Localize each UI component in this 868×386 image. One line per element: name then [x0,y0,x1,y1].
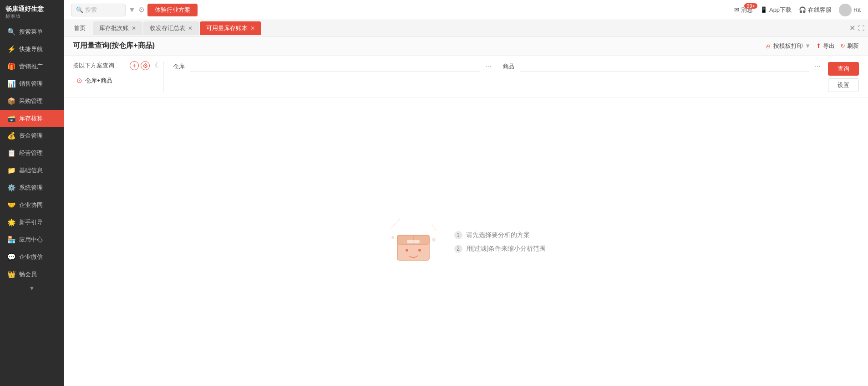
sidebar-item-member[interactable]: 👑 畅会员 [0,266,64,283]
app-download-label: App下载 [769,6,792,14]
sidebar-item-finance[interactable]: 💰 资金管理 [0,127,64,144]
sidebar-item-quicknav[interactable]: ⚡ 快捷导航 [0,41,64,58]
tab-available-stock-close[interactable]: ✕ [250,25,255,31]
tab-available-stock-label: 可用量库存账本 [206,24,248,32]
sidebar-item-label: 快捷导航 [19,45,43,53]
refresh-label: 刷新 [847,42,859,50]
phone-icon: 📱 [760,6,767,13]
filter-row: 仓库 ··· 商品 ··· [173,61,822,72]
tip-text-2: 用[过滤]条件来缩小分析范围 [466,245,546,253]
sidebar-item-purchase[interactable]: 📦 采购管理 [0,93,64,110]
query-button[interactable]: 查询 [828,62,859,76]
sidebar-item-wechat[interactable]: 💬 企业微信 [0,248,64,266]
print-button[interactable]: 🖨 按模板打印 ▼ [766,42,811,50]
sidebar-item-cooperation[interactable]: 🤝 企业协同 [0,196,64,214]
sidebar-item-label: 企业协同 [19,201,43,209]
sidebar-item-label: 企业微信 [19,253,43,261]
warehouse-input[interactable] [190,61,480,72]
empty-tips: 1 请先选择要分析的方案 2 用[过滤]条件来缩小分析范围 [454,231,546,253]
sidebar-item-label: 新手引导 [19,218,43,226]
scheme-collapse-button[interactable]: 《 [152,62,158,70]
app-download-link[interactable]: 📱 App下载 [760,6,792,14]
tab-batch-account[interactable]: 库存批次账 ✕ [93,21,142,35]
sidebar-item-guide[interactable]: 🌟 新手引导 [0,214,64,231]
empty-tip-1: 1 请先选择要分析的方案 [454,231,546,239]
gift-icon: 🎁 [7,62,15,71]
sidebar-item-inventory[interactable]: 🗃️ 库存核算 [0,110,64,127]
tab-batch-account-label: 库存批次账 [99,24,129,32]
product-input[interactable] [520,61,809,72]
sidebar-item-search[interactable]: 🔍 搜索菜单 [0,23,64,41]
tab-receipt-summary-label: 收发存汇总表 [150,24,185,32]
online-service-link[interactable]: 🎧 在线客服 [799,6,832,14]
sidebar-item-sales[interactable]: 📊 销售管理 [0,75,64,93]
crown-icon: 👑 [7,270,15,278]
message-count: 99+ [744,3,757,9]
sidebar-scroll-down[interactable]: ▼ [0,283,64,293]
sidebar-item-appcenter[interactable]: 🏪 应用中心 [0,231,64,248]
search-placeholder: 搜索 [85,6,97,14]
filter-area: 按以下方案查询 + ⚙ 《 ⊙ 仓库+商品 仓库 [64,56,868,98]
top-bar-right: ✉ 消息 99+ 📱 App下载 🎧 在线客服 Rit [734,4,861,16]
lightning-icon: ⚡ [7,45,15,53]
sidebar-item-basic[interactable]: 📁 基础信息 [0,162,64,179]
online-service-label: 在线客服 [808,6,832,14]
empty-state: 1 请先选择要分析的方案 2 用[过滤]条件来缩小分析范围 [64,98,868,386]
sidebar-item-label: 资金管理 [19,132,43,140]
inventory-icon: 🗃️ [7,114,15,123]
sidebar-item-operation[interactable]: 📋 经营管理 [0,144,64,162]
warehouse-more-button[interactable]: ··· [483,62,493,71]
star-icon: 🌟 [7,218,15,226]
export-label: 导出 [823,42,835,50]
settings-icon[interactable]: ⚙ [138,5,145,14]
tab-available-stock[interactable]: 可用量库存账本 ✕ [200,21,261,35]
add-scheme-button[interactable]: + [130,61,139,70]
scheme-item-label: 仓库+商品 [85,77,112,85]
scheme-item-warehouse-product[interactable]: ⊙ 仓库+商品 [73,74,158,87]
svg-point-5 [418,249,421,252]
sidebar-item-label: 畅会员 [19,270,37,278]
filter-fields: 仓库 ··· 商品 ··· [164,61,822,92]
box-icon: 📦 [7,97,15,105]
sidebar-item-label: 基础信息 [19,166,43,175]
search-dropdown-icon[interactable]: ▼ [128,6,136,14]
tabs-bar: 首页 库存批次账 ✕ 收发存汇总表 ✕ 可用量库存账本 ✕ ✕ ⛶ [64,20,868,36]
handshake-icon: 🤝 [7,201,15,209]
action-buttons: 查询 设置 [822,61,859,92]
svg-line-6 [391,219,400,228]
tab-batch-account-close[interactable]: ✕ [132,25,136,31]
sidebar-item-label: 库存核算 [19,114,43,123]
sidebar: 畅康通好生意 标准版 🔍 搜索菜单 ⚡ 快捷导航 🎁 营销推广 📊 销售管理 📦… [0,0,64,386]
scheme-actions: + ⚙ 《 [130,61,158,70]
sidebar-item-system[interactable]: ⚙️ 系统管理 [0,179,64,196]
close-all-icon[interactable]: ✕ [849,24,855,32]
top-search-box[interactable]: 🔍 搜索 [71,4,126,16]
scheme-settings-button[interactable]: ⚙ [141,61,150,70]
filter-warehouse-field: 仓库 ··· [173,61,493,72]
print-dropdown-icon[interactable]: ▼ [805,42,811,49]
column-settings-button[interactable]: 设置 [828,78,859,92]
sidebar-item-label: 搜索菜单 [19,28,43,36]
export-button[interactable]: ⬆ 导出 [816,42,835,50]
industry-solution-button[interactable]: 体验行业方案 [147,4,198,16]
page-title: 可用量查询(按仓库+商品) [73,41,155,51]
page-content: 可用量查询(按仓库+商品) 🖨 按模板打印 ▼ ⬆ 导出 ↻ 刷新 [64,36,868,386]
tab-receipt-summary-close[interactable]: ✕ [188,25,193,31]
clipboard-icon: 📋 [7,149,15,157]
expand-icon[interactable]: ⛶ [858,25,864,32]
filter-scheme-header: 按以下方案查询 + ⚙ 《 [73,61,158,70]
message-icon: ✉ [734,6,739,13]
tab-receipt-summary[interactable]: 收发存汇总表 ✕ [143,21,199,35]
app-logo: 畅康通好生意 标准版 [0,0,64,23]
refresh-button[interactable]: ↻ 刷新 [840,42,859,50]
message-badge[interactable]: ✉ 消息 99+ [734,6,753,14]
store-icon: 🏪 [7,236,15,244]
product-label: 商品 [503,62,516,71]
tab-home[interactable]: 首页 [67,21,92,35]
sidebar-item-label: 销售管理 [19,80,43,88]
sidebar-item-marketing[interactable]: 🎁 营销推广 [0,58,64,75]
product-more-button[interactable]: ··· [813,62,822,71]
top-bar: 🔍 搜索 ▼ ⚙ 体验行业方案 ✉ 消息 99+ 📱 App下载 🎧 在线客服 [64,0,868,20]
user-profile[interactable]: Rit [839,4,861,16]
scheme-label: 按以下方案查询 [73,62,114,70]
